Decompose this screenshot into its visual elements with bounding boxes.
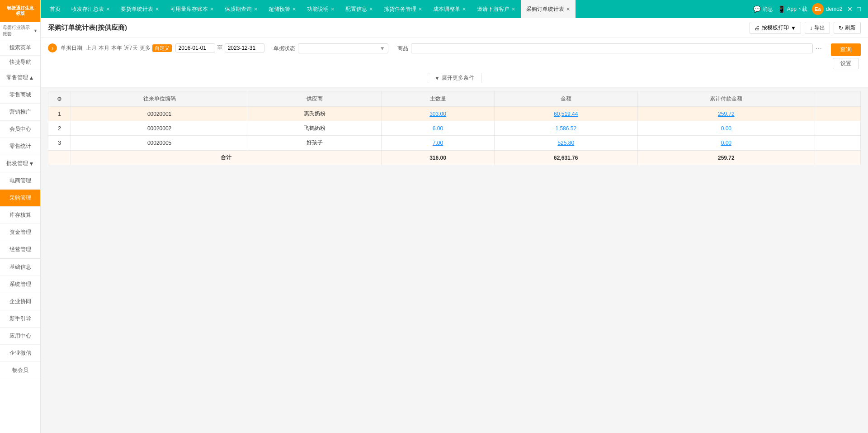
- shortcut-last-month[interactable]: 上月: [86, 44, 97, 52]
- account-dropdown[interactable]: 母婴行业演示账套 ▼: [0, 22, 40, 40]
- sidebar-item-retail-stats[interactable]: 零售统计: [0, 138, 40, 155]
- tab-invite-downstream[interactable]: 邀请下游客户 ✕: [472, 0, 521, 18]
- date-range-picker[interactable]: 至: [175, 43, 264, 52]
- date-label: 单据日期: [61, 44, 82, 52]
- header-actions: 🖨 按模板打印 ▼ ↓ 导出 ↻ 刷新: [750, 22, 861, 34]
- sidebar-item-search[interactable]: 搜索英单: [0, 40, 40, 56]
- cell-amount-3[interactable]: 525.80: [494, 136, 637, 151]
- arrow-icon: ▲: [29, 75, 34, 81]
- template-print-btn[interactable]: 🖨 按模板打印 ▼: [750, 22, 801, 34]
- tab-close-icon-2[interactable]: ✕: [155, 6, 159, 12]
- sidebar-item-retail-shop[interactable]: 零售商城: [0, 86, 40, 104]
- th-settings: ⚙: [48, 91, 71, 107]
- close-window-btn[interactable]: ✕: [847, 5, 853, 13]
- tab-close-icon-7[interactable]: ✕: [369, 6, 373, 12]
- tab-close-icon-6[interactable]: ✕: [330, 6, 335, 12]
- settings-btn[interactable]: 设置: [833, 58, 859, 69]
- cell-supplier-1: 惠氏奶粉: [248, 107, 382, 121]
- table-container: ⚙ 往来单位编码 供应商 主数量 金额 累计付款金额 1: [48, 91, 861, 165]
- tab-pick-task[interactable]: 拣货任务管理 ✕: [378, 0, 428, 18]
- settings-gear-icon[interactable]: ⚙: [57, 96, 62, 102]
- cell-index-1: 1: [48, 107, 71, 121]
- refresh-btn[interactable]: ↻ 刷新: [834, 22, 861, 34]
- sidebar-item-enterprise[interactable]: 企业协同: [0, 293, 40, 310]
- table-row: 2 00020002 飞鹤奶粉 6.00 1,586.52 0.00: [48, 121, 861, 136]
- goods-more-icon[interactable]: ⋯: [816, 45, 822, 52]
- th-paid-amount: 累计付款金额: [637, 91, 815, 107]
- print-icon: 🖨: [755, 25, 760, 31]
- cell-supplier-3: 好孩子: [248, 136, 382, 151]
- th-empty: [815, 91, 860, 107]
- cell-paid-3[interactable]: 0.00: [637, 136, 815, 151]
- cell-qty-2[interactable]: 6.00: [382, 121, 494, 136]
- sidebar-item-quick-nav[interactable]: 快捷导航: [0, 56, 40, 69]
- date-to-input[interactable]: [225, 43, 264, 52]
- cell-amount-2[interactable]: 1,586.52: [494, 121, 637, 136]
- export-btn[interactable]: ↓ 导出: [805, 22, 830, 34]
- sidebar-item-app-center[interactable]: 应用中心: [0, 328, 40, 345]
- date-shortcuts: 上月 本月 本年 近7天 更多 自定义: [86, 44, 172, 52]
- cell-paid-1[interactable]: 259.72: [637, 107, 815, 121]
- sidebar-item-vip[interactable]: 畅会员: [0, 362, 40, 379]
- message-btn[interactable]: 💬 消息: [753, 5, 773, 13]
- status-filter: 单据状态 ▼: [274, 43, 388, 53]
- tab-available-stock[interactable]: 可用量库存账本 ✕: [165, 0, 219, 18]
- tab-receive-summary[interactable]: 收发存汇总表 ✕: [66, 0, 115, 18]
- tab-close-icon-3[interactable]: ✕: [210, 6, 214, 12]
- sidebar-item-retail-mgmt[interactable]: 零售管理 ▲: [0, 69, 40, 86]
- cell-paid-2[interactable]: 0.00: [637, 121, 815, 136]
- sidebar-item-operations[interactable]: 经营管理: [0, 241, 40, 258]
- sidebar-item-purchase[interactable]: 采购管理: [0, 190, 40, 207]
- tab-func-desc[interactable]: 功能说明 ✕: [302, 0, 340, 18]
- sidebar-item-inventory[interactable]: 库存核算: [0, 207, 40, 224]
- shortcut-more[interactable]: 更多: [140, 44, 151, 52]
- shortcut-this-month[interactable]: 本月: [99, 44, 109, 52]
- tab-cost-adjust[interactable]: 成本调整单 ✕: [428, 0, 472, 18]
- maximize-window-btn[interactable]: □: [857, 5, 861, 13]
- sidebar-item-basics[interactable]: 基础信息: [0, 258, 40, 276]
- date-from-input[interactable]: [175, 43, 215, 52]
- status-select[interactable]: ▼: [298, 43, 388, 53]
- tab-close-icon[interactable]: ✕: [106, 6, 110, 12]
- sidebar-item-wholesale[interactable]: 批发管理 ▼: [0, 155, 40, 172]
- sidebar-item-ecommerce[interactable]: 电商管理: [0, 172, 40, 190]
- cell-amount-1[interactable]: 60,519.44: [494, 107, 637, 121]
- cell-qty-3[interactable]: 7.00: [382, 136, 494, 151]
- table-footer-row: 合计 316.00 62,631.76 259.72: [48, 150, 861, 165]
- tab-home[interactable]: 首页: [44, 0, 66, 18]
- sidebar-item-member[interactable]: 会员中心: [0, 121, 40, 138]
- app-download-btn[interactable]: 📱 App下载: [778, 5, 807, 13]
- tab-purchase-order-stats[interactable]: 采购订单统计表 ✕: [521, 0, 576, 18]
- sidebar-item-wechat[interactable]: 企业微信: [0, 345, 40, 362]
- tab-config-info[interactable]: 配置信息 ✕: [340, 0, 378, 18]
- tab-overstock[interactable]: 超储预警 ✕: [263, 0, 302, 18]
- filter-left: › 单据日期 上月 本月 本年 近7天 更多 自定义 至: [48, 43, 264, 52]
- data-table: ⚙ 往来单位编码 供应商 主数量 金额 累计付款金额 1: [48, 91, 861, 165]
- goods-input[interactable]: [411, 43, 813, 53]
- shortcut-7days[interactable]: 近7天: [124, 44, 138, 52]
- cell-empty-3: [815, 136, 860, 151]
- filter-area: › 单据日期 上月 本月 本年 近7天 更多 自定义 至: [41, 38, 868, 87]
- tab-close-icon-8[interactable]: ✕: [418, 6, 422, 12]
- table-wrapper: ⚙ 往来单位编码 供应商 主数量 金额 累计付款金额 1: [41, 87, 868, 433]
- th-amount: 金额: [494, 91, 637, 107]
- footer-empty: [48, 150, 71, 165]
- query-btn[interactable]: 查询: [831, 43, 861, 56]
- goods-filter: 商品 ⋯: [397, 43, 822, 53]
- user-menu[interactable]: Ea demo2: [812, 3, 843, 15]
- sidebar-item-marketing[interactable]: 营销推广: [0, 104, 40, 121]
- tab-close-icon-9[interactable]: ✕: [462, 6, 466, 12]
- tab-shelf-life[interactable]: 保质期查询 ✕: [219, 0, 263, 18]
- tab-close-icon-4[interactable]: ✕: [254, 6, 258, 12]
- tab-order-summary[interactable]: 要货单统计表 ✕: [115, 0, 165, 18]
- sidebar-item-finance[interactable]: 资金管理: [0, 224, 40, 241]
- sidebar-item-newbie[interactable]: 新手引导: [0, 310, 40, 328]
- cell-qty-1[interactable]: 303.00: [382, 107, 494, 121]
- tab-close-icon-10[interactable]: ✕: [511, 6, 515, 12]
- shortcut-this-year[interactable]: 本年: [111, 44, 122, 52]
- tab-close-icon-11[interactable]: ✕: [566, 6, 570, 12]
- tab-close-icon-5[interactable]: ✕: [292, 6, 296, 12]
- sidebar-item-system[interactable]: 系统管理: [0, 276, 40, 293]
- collapse-btn[interactable]: ›: [48, 43, 57, 52]
- expand-conditions-btn[interactable]: ▼ 展开更多条件: [427, 73, 482, 83]
